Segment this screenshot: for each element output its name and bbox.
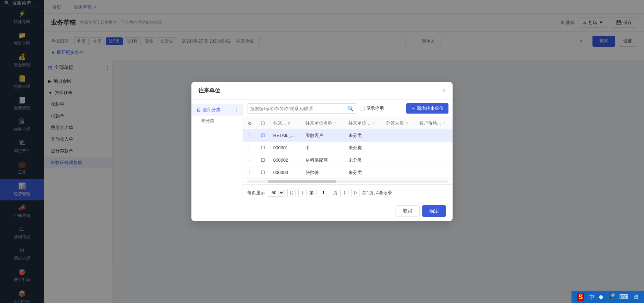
sort-icon-manager: ⇅: [406, 121, 409, 125]
row-code-3: 000002: [269, 154, 301, 166]
row-price-1: [415, 129, 453, 142]
dialog-header: 往来单位 ×: [191, 82, 453, 100]
row-manager-4: [382, 166, 415, 179]
taskbar: S 中 ◆ 🎤 ⌨ 🖥: [571, 291, 644, 303]
dialog-right: 🔍 显示停用 ＋ 新增往来单位 ⚙ ☐: [243, 100, 453, 201]
row-name-4: 张帅傅: [301, 166, 344, 179]
row-price-3: [415, 154, 453, 166]
row-checkbox-3[interactable]: ☐: [257, 154, 269, 166]
row-name-2: 甲: [301, 142, 344, 154]
col-header-code[interactable]: 往来... ⇅: [269, 117, 301, 129]
partner-data-table: ⚙ ☐ 往来... ⇅ 往来单位名称 ⇅: [243, 117, 453, 179]
search-icon: 🔍: [347, 105, 354, 112]
add-partner-button[interactable]: ＋ 新增往来单位: [406, 103, 448, 114]
col-header-price[interactable]: 客户价格... ⇅: [415, 117, 453, 129]
per-page-select[interactable]: 50: [268, 189, 285, 197]
table-row[interactable]: ⋮ ☐ 000002 材料供应商 未分类: [243, 154, 453, 166]
row-checkbox-1[interactable]: ☑: [257, 129, 269, 142]
total-info: 共1页, 4条记录: [362, 190, 392, 196]
col-header-checkbox[interactable]: ☐: [257, 117, 269, 129]
row-price-2: [415, 142, 453, 154]
col-header-category[interactable]: 往来单位... ⇅: [344, 117, 382, 129]
row-category-1: 未分类: [344, 129, 382, 142]
row-code-2: 000001: [269, 142, 301, 154]
taskbar-mic-icon[interactable]: 🎤: [608, 293, 615, 301]
partner-search-wrap: 🔍: [247, 103, 357, 114]
grid-icon: ⊞: [197, 107, 201, 113]
cat-item-uncat[interactable]: 未分类: [191, 116, 243, 126]
dialog-overlay[interactable]: 往来单位 × ⊞ 全部分类 ⟨ 未分类: [0, 0, 644, 303]
row-name-3: 材料供应商: [301, 154, 344, 166]
dots-icon: ⋮: [247, 132, 253, 138]
dots-icon: ⋮: [247, 145, 253, 151]
cat-item-all[interactable]: ⊞ 全部分类 ⟨: [191, 104, 243, 116]
row-manager-1: [382, 129, 415, 142]
partner-dialog: 往来单位 × ⊞ 全部分类 ⟨ 未分类: [191, 82, 453, 221]
dots-icon: ⋮: [247, 170, 253, 175]
per-page-label: 每页显示: [247, 190, 265, 196]
page-last-button[interactable]: ⟩⟩: [351, 189, 359, 197]
page-first-button[interactable]: ⟨⟨: [287, 189, 296, 197]
row-manager-3: [382, 154, 415, 166]
partner-search-input[interactable]: [250, 106, 346, 111]
show-disabled-checkbox[interactable]: [360, 106, 365, 111]
row-setting-4[interactable]: ⋮: [243, 166, 257, 179]
table-row[interactable]: ⋮ ☐ 000001 甲 未分类: [243, 142, 453, 154]
sort-icon-name: ⇅: [334, 121, 337, 125]
cat-item-label: 未分类: [201, 118, 214, 123]
dialog-footer: 取消 确定: [191, 201, 453, 221]
row-checkbox-2[interactable]: ☐: [257, 142, 269, 154]
row-code-1: RETAIL_...: [269, 129, 301, 142]
cancel-button[interactable]: 取消: [396, 205, 420, 217]
page-next-button[interactable]: ⟩: [340, 189, 348, 197]
horizontal-scrollbar[interactable]: [247, 180, 448, 183]
page-label: 第: [309, 190, 314, 196]
sort-icon-code: ⇅: [288, 121, 290, 125]
taskbar-diamond-icon[interactable]: ◆: [599, 293, 603, 301]
row-category-2: 未分类: [344, 142, 382, 154]
page-unit: 页: [333, 190, 337, 196]
row-name-1: 零散客户: [301, 129, 344, 142]
dots-icon: ⋮: [247, 157, 253, 163]
cat-item-label: 全部分类: [203, 107, 221, 113]
sort-icon-price: ⇅: [443, 121, 446, 125]
col-header-name[interactable]: 往来单位名称 ⇅: [301, 117, 344, 129]
row-manager-2: [382, 142, 415, 154]
row-price-4: [415, 166, 453, 179]
dialog-body: ⊞ 全部分类 ⟨ 未分类 🔍 显示停用: [191, 100, 453, 201]
taskbar-monitor-icon[interactable]: 🖥: [632, 293, 639, 301]
row-setting-2[interactable]: ⋮: [243, 142, 257, 154]
dialog-categories: ⊞ 全部分类 ⟨ 未分类: [191, 100, 243, 201]
col-header-manager[interactable]: 分管人员 ⇅: [382, 117, 415, 129]
partner-table: ⚙ ☐ 往来... ⇅ 往来单位名称 ⇅: [243, 117, 453, 179]
row-setting-3[interactable]: ⋮: [243, 154, 257, 166]
dialog-close-button[interactable]: ×: [442, 87, 446, 94]
row-category-4: 未分类: [344, 166, 382, 179]
table-header-row: ⚙ ☐ 往来... ⇅ 往来单位名称 ⇅: [243, 117, 453, 129]
col-header-setting[interactable]: ⚙: [243, 117, 257, 129]
table-row[interactable]: ⋮ ☐ 000003 张帅傅 未分类: [243, 166, 453, 179]
show-disabled-label[interactable]: 显示停用: [360, 105, 384, 112]
taskbar-keyboard-icon[interactable]: ⌨: [619, 293, 628, 301]
pagination: 每页显示 50 ⟨⟨ ⟨ 第 页 ⟩ ⟩⟩ 共1页, 4条记录: [243, 184, 453, 201]
row-code-4: 000003: [269, 166, 301, 179]
scroll-thumb[interactable]: [268, 180, 336, 183]
page-number-input[interactable]: [317, 189, 330, 197]
page-prev-button[interactable]: ⟨: [298, 189, 307, 197]
show-disabled-text: 显示停用: [366, 105, 384, 112]
table-row[interactable]: ⋮ ☑ RETAIL_... 零散客户 未分类: [243, 129, 453, 142]
confirm-button[interactable]: 确定: [422, 205, 446, 217]
row-checkbox-4[interactable]: ☐: [257, 166, 269, 179]
collapse-left-button[interactable]: ⟨: [235, 107, 237, 113]
sort-icon-category: ⇅: [372, 121, 375, 125]
row-category-3: 未分类: [344, 154, 382, 166]
taskbar-s-icon[interactable]: S: [577, 293, 584, 301]
taskbar-lang-icon[interactable]: 中: [588, 293, 595, 301]
row-setting-1[interactable]: ⋮: [243, 129, 257, 142]
dialog-title: 往来单位: [198, 87, 220, 94]
dialog-toolbar: 🔍 显示停用 ＋ 新增往来单位: [243, 100, 453, 117]
